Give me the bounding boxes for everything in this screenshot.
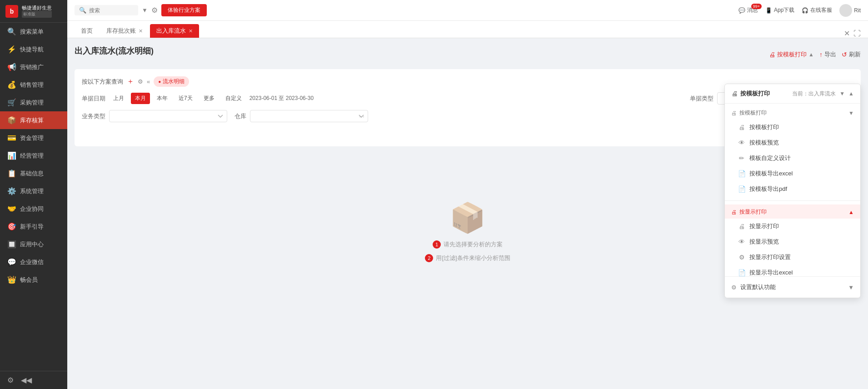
hint1-text: 请先选择要分析的方案 (444, 240, 503, 249)
biz-type-label: 业务类型 (82, 112, 105, 120)
tab-expand-icon[interactable]: ⛶ (853, 30, 861, 38)
biz-type-select[interactable] (109, 110, 227, 122)
tab-flow-close[interactable]: ✕ (189, 28, 193, 34)
refresh-button[interactable]: ↺ 刷新 (842, 50, 861, 59)
filter-collapse-icon[interactable]: « (147, 78, 150, 85)
sidebar-item-purchase[interactable]: 🛒采购管理 (0, 94, 67, 111)
dp-item-template-print[interactable]: 🖨 按模板打印 (725, 120, 860, 135)
sidebar-sales-label: 销售管理 (20, 81, 44, 89)
sidebar-item-system[interactable]: ⚙️系统管理 (0, 182, 67, 200)
warehouse-field: 仓库 ··· (234, 110, 368, 122)
dp-item-display-preview[interactable]: 👁 按显示预览 (725, 234, 860, 249)
export-button[interactable]: ↑ 导出 (819, 50, 836, 59)
template-print-section-icon: 🖨 (731, 110, 737, 116)
sidebar-item-inventory[interactable]: 📦库存核算 (0, 111, 67, 129)
topbar-gear-icon[interactable]: ⚙ (151, 6, 158, 15)
filter-add-button[interactable]: ＋ (127, 77, 134, 86)
user-avatar[interactable]: Rit (839, 4, 861, 17)
dp-item-display-print-label: 按显示打印 (749, 222, 779, 230)
print-dropdown-panel: 🖨 按模板打印 当前：出入库流水 ▼ ▲ 🖨 按模板打印 (724, 84, 861, 298)
biz-type-wrap (109, 110, 227, 122)
display-print-section-icon: 🖨 (731, 209, 737, 215)
sidebar-item-shortcut[interactable]: ⚡快捷导航 (0, 40, 67, 58)
date-btn-0[interactable]: 上月 (109, 93, 128, 104)
sidebar-item-marketing[interactable]: 📢营销推广 (0, 58, 67, 76)
tab-flow[interactable]: 出入库流水 ✕ (150, 24, 199, 38)
display-print-section-header: 🖨 按显示打印 ▲ (725, 204, 860, 219)
dp-item-template-custom-icon: ✏ (738, 155, 746, 162)
set-default-chevron[interactable]: ▼ (848, 284, 854, 291)
set-default-label: 设置默认功能 (740, 283, 776, 291)
sidebar-finance-label: 资金管理 (20, 134, 44, 142)
filter-settings-icon[interactable]: ⚙ (138, 78, 143, 85)
tab-batch-close[interactable]: ✕ (139, 28, 143, 34)
print-icon: 🖨 (769, 51, 775, 58)
collapse-sidebar-icon[interactable]: ◀◀ (21, 376, 32, 384)
dropdown-header-right: 当前：出入库流水 ▼ ▲ (792, 90, 854, 98)
sidebar-member-label: 畅会员 (20, 276, 38, 284)
sidebar-item-operation[interactable]: 📊经营管理 (0, 147, 67, 165)
dp-item-display-print[interactable]: 🖨 按显示打印 (725, 219, 860, 234)
warehouse-select[interactable] (250, 110, 368, 122)
hint2-text: 用[过滤]条件来缩小分析范围 (436, 254, 510, 262)
sidebar-app-icon: 🔲 (7, 240, 16, 249)
sidebar-item-corp[interactable]: 🤝企业协同 (0, 200, 67, 218)
dropdown-scroll: 🖨 按模板打印 ▼ 🖨 按模板打印 👁 按模板预览 ✏ (725, 104, 860, 276)
date-btn-1[interactable]: 本月 (131, 93, 150, 104)
dp-item-template-excel-label: 按模板导出excel (749, 170, 793, 178)
sidebar-search-label: 搜索菜单 (20, 28, 44, 36)
date-btn-3[interactable]: 近7天 (175, 93, 197, 104)
template-print-section-header: 🖨 按模板打印 ▼ (725, 105, 860, 120)
sidebar-item-sales[interactable]: 💰销售管理 (0, 76, 67, 94)
display-print-section-title: 🖨 按显示打印 (731, 208, 767, 216)
dp-item-template-excel[interactable]: 📄 按模板导出excel (725, 166, 860, 181)
sidebar-item-weixin[interactable]: 💬企业微信 (0, 253, 67, 271)
dropdown-header: 🖨 按模板打印 当前：出入库流水 ▼ ▲ (725, 84, 860, 104)
tab-home[interactable]: 首页 (75, 24, 99, 38)
sidebar-item-search[interactable]: 🔍搜索菜单 (0, 23, 67, 40)
sidebar-guide-icon: 🎯 (7, 222, 16, 231)
dp-item-template-pdf[interactable]: 📄 按模板导出pdf (725, 181, 860, 197)
dp-item-template-preview[interactable]: 👁 按模板预览 (725, 135, 860, 150)
export-label: 导出 (824, 50, 836, 59)
date-btn-2[interactable]: 本年 (153, 93, 172, 104)
print-dropdown-chevron[interactable]: ▲ (808, 51, 814, 58)
logo-icon: b (5, 5, 18, 18)
refresh-label: 刷新 (849, 50, 861, 59)
search-input[interactable] (89, 7, 125, 14)
scroll-up-icon[interactable]: ▲ (848, 90, 854, 97)
tab-close-all-icon[interactable]: ✕ (844, 29, 850, 38)
print-template-button[interactable]: 🖨 按模板打印 ▲ (769, 50, 814, 59)
date-btn-4[interactable]: 更多 (200, 93, 219, 104)
topbar-dropdown-icon[interactable]: ▼ (142, 7, 148, 14)
sidebar-item-finance[interactable]: 💳资金管理 (0, 129, 67, 147)
sidebar-item-member[interactable]: 👑畅会员 (0, 271, 67, 289)
settings-icon[interactable]: ⚙ (7, 376, 14, 384)
app-download-button[interactable]: 📱 App下载 (765, 6, 794, 14)
print-template-label: 按模板打印 (777, 50, 807, 59)
date-field: 单据日期 上月本月本年近7天更多自定义 2023-06-01 至 2023-06… (82, 93, 314, 104)
dp-item-template-custom[interactable]: ✏ 模板自定义设计 (725, 150, 860, 166)
dp-item-display-excel[interactable]: 📄 按显示导出excel (725, 265, 860, 276)
display-section-chevron[interactable]: ▲ (848, 209, 854, 215)
sidebar-item-basic[interactable]: 📋基础信息 (0, 165, 67, 182)
tab-batch[interactable]: 库存批次账 ✕ (100, 24, 149, 38)
sidebar-item-app[interactable]: 🔲应用中心 (0, 235, 67, 253)
dropdown-current-chevron[interactable]: ▼ (839, 90, 845, 97)
voucher-type-label: 单据类型 (690, 95, 713, 103)
set-default-button[interactable]: ⚙ 设置默认功能 ▼ (731, 280, 854, 294)
message-button[interactable]: 💬 消息 99+ (738, 6, 758, 14)
sidebar-item-guide[interactable]: 🎯新手引导 (0, 218, 67, 235)
warehouse-wrap: ··· (250, 110, 368, 122)
date-shortcuts: 上月本月本年近7天更多自定义 (109, 93, 246, 104)
sidebar-weixin-label: 企业微信 (20, 258, 44, 266)
sidebar-sales-icon: 💰 (7, 80, 16, 89)
template-section-chevron[interactable]: ▼ (848, 110, 854, 116)
date-btn-5[interactable]: 自定义 (221, 93, 246, 104)
topbar-search-wrap: 🔍 (75, 5, 138, 15)
filter-tag: ● 流水明细 (154, 76, 189, 87)
filter-tag-label: 流水明细 (163, 78, 185, 85)
dp-item-display-settings[interactable]: ⚙ 按显示打印设置 (725, 249, 860, 265)
trial-button[interactable]: 体验行业方案 (161, 4, 207, 16)
online-service-button[interactable]: 🎧 在线客服 (802, 6, 832, 14)
